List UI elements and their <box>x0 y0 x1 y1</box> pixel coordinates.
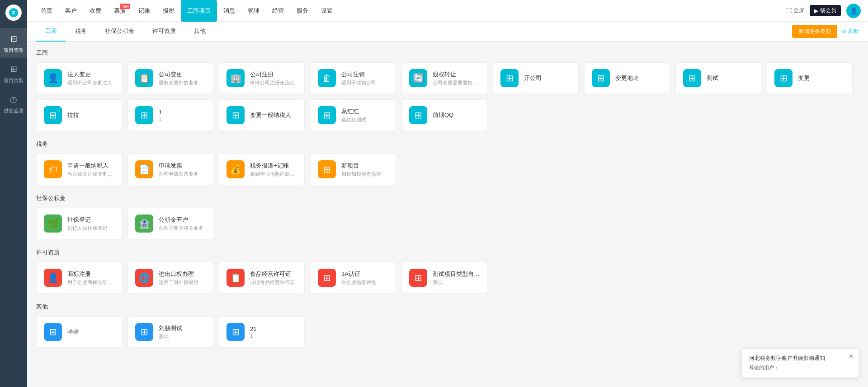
other-cards-grid: ⊞ 哈哈 ⊞ 刘鹏测试 测试 ⊞ 21 1 <box>36 316 859 348</box>
sidebar-item-progress-monitor[interactable]: ◷ 进度监测 <box>0 89 27 119</box>
card-name-apply-taxpayer: 申请一般纳税人 <box>67 162 114 170</box>
tab-social[interactable]: 社保公积金 <box>96 22 143 42</box>
card-name-company-cancel: 公司注销 <box>341 70 388 79</box>
card-food-license[interactable]: 📋 食品经营许可证 办理食品经营许可证 <box>219 262 305 294</box>
card-icon-new-project: ⊞ <box>318 160 336 178</box>
card-icon-legal-change: 👤 <box>44 69 62 87</box>
card-legal-change[interactable]: 👤 法人变更 适用于公司变更法人 <box>36 62 122 94</box>
nav-home[interactable]: 首页 <box>34 0 59 22</box>
card-certification-3a[interactable]: ⊞ 3A认证 对企业信誉评级 <box>310 262 396 294</box>
tab-other[interactable]: 其他 <box>185 22 215 42</box>
nav-tax[interactable]: 报税 <box>156 0 181 22</box>
card-num21[interactable]: ⊞ 21 1 <box>219 316 305 348</box>
nav-ticket[interactable]: 票据 new <box>108 0 132 22</box>
card-guhonghong[interactable]: ⊞ 葛红红 葛红红测试 <box>310 99 396 131</box>
add-business-type-button[interactable]: 新增业务类型 <box>792 25 837 38</box>
card-desc-num1: 1 <box>159 117 206 122</box>
card-icon-social-register: 🌿 <box>44 214 62 233</box>
card-icon-company-register: 🏢 <box>226 69 245 87</box>
nav-accounting[interactable]: 记账 <box>132 0 156 22</box>
sidebar-item-project-manage[interactable]: ⊟ 项目管理 <box>0 28 27 58</box>
card-change-address[interactable]: ⊞ 变更地址 <box>584 62 670 94</box>
card-desc-test-project-type: 测试 <box>433 279 480 286</box>
vip-button[interactable]: ▶ 畅会员 <box>810 5 841 16</box>
nav-customer[interactable]: 客户 <box>59 0 83 22</box>
card-change1[interactable]: ⊞ 变更 <box>767 62 853 94</box>
card-haha[interactable]: ⊞ 哈哈 <box>36 316 122 348</box>
nav-settings[interactable]: 设置 <box>315 0 339 22</box>
notification-close-button[interactable]: ✕ <box>849 353 854 360</box>
card-desc-apply-invoice: 办理申请发票业务 <box>159 171 206 177</box>
notification-title: 河北税务数字账户升级影响通知 <box>749 354 851 362</box>
card-import-export[interactable]: 🌐 进出口权办理 适用于对外贸易经营者 <box>127 262 213 294</box>
refresh-button[interactable]: ↺ 刷新 <box>842 28 859 35</box>
card-equity-transfer[interactable]: 🔄 股权转让 公司变更需要股权转让 <box>401 62 487 94</box>
card-trademark[interactable]: 👤 商标注册 用于企业商标注册服务 <box>36 262 122 294</box>
card-icon-change-taxpayer: ⊞ <box>226 106 245 124</box>
card-change-taxpayer[interactable]: ⊞ 变更一般纳税人 <box>219 99 305 131</box>
card-name-certification-3a: 3A认证 <box>341 270 388 278</box>
card-company-cancel[interactable]: 🗑 公司注销 适用于注销公司 <box>310 62 396 94</box>
nav-manage[interactable]: 管理 <box>241 0 266 22</box>
card-apply-taxpayer[interactable]: 🏷 申请一般纳税人 当月或次月成变更完成 <box>36 154 122 185</box>
card-desc-trademark: 用于企业商标注册服务 <box>67 279 114 286</box>
fullscreen-icon: ⛶ <box>786 8 792 14</box>
card-icon-lala: ⊞ <box>44 106 62 124</box>
card-desc-company-register: 申请公司注册全流程 <box>250 79 297 86</box>
card-lala[interactable]: ⊞ 拉拉 <box>36 99 122 131</box>
card-icon-import-export: 🌐 <box>135 269 153 287</box>
card-desc-fund-open: 办理公积金相关业务 <box>159 225 206 232</box>
project-manage-icon: ⊟ <box>7 33 20 45</box>
card-desc-new-project: 报税加税控盘保管 <box>341 171 388 177</box>
card-desc-certification-3a: 对企业信誉评级 <box>341 279 388 286</box>
card-company-change[interactable]: 📋 公司变更 股权变更外的业务变更 <box>127 62 213 94</box>
card-test-project-type[interactable]: ⊞ 测试项目类型自定义 测试 <box>401 262 487 294</box>
tab-industry[interactable]: 工商 <box>36 22 66 42</box>
main-area: 首页 客户 收费 票据 new 记账 报税 工商项目 消息 管理 经营 服务 设… <box>27 0 868 387</box>
nav-service[interactable]: 服务 <box>290 0 315 22</box>
progress-monitor-icon: ◷ <box>7 93 20 106</box>
card-fund-open[interactable]: 🏦 公积金开户 办理公积金相关业务 <box>127 208 213 239</box>
card-open-company[interactable]: ⊞ 开公司 <box>493 62 579 94</box>
card-desc-company-cancel: 适用于注销公司 <box>341 79 388 86</box>
card-name-num1: 1 <box>159 109 206 116</box>
social-section-title: 社保公积金 <box>36 194 859 202</box>
tab-tax[interactable]: 税务 <box>66 22 96 42</box>
card-name-liupeng-test: 刘鹏测试 <box>159 324 206 332</box>
card-desc-apply-taxpayer: 当月或次月成变更完成 <box>67 171 114 177</box>
card-qqpre[interactable]: ⊞ 前期QQ <box>401 99 487 131</box>
card-name-change-taxpayer: 变更一般纳税人 <box>250 111 297 119</box>
content-scroll: 工商 👤 法人变更 适用于公司变更法人 📋 公司变更 股权变更外的业务变更 🏢 … <box>27 42 868 387</box>
card-icon-test-project-type: ⊞ <box>409 269 427 287</box>
tab-license[interactable]: 许可资质 <box>143 22 185 42</box>
fullscreen-button[interactable]: ⛶ 全屏 <box>786 7 804 14</box>
card-icon-guhonghong: ⊞ <box>318 106 336 124</box>
card-name-qqpre: 前期QQ <box>433 111 480 119</box>
tax-cards-grid: 🏷 申请一般纳税人 当月或次月成变更完成 📄 申请发票 办理申请发票业务 💰 税… <box>36 154 859 185</box>
nav-billing[interactable]: 收费 <box>83 0 108 22</box>
card-icon-apply-invoice: 📄 <box>135 160 153 178</box>
refresh-icon: ↺ <box>842 28 846 35</box>
notification-popup: ✕ 河北税务数字账户升级影响通知 尊敬的用户： <box>741 349 859 378</box>
nav-message[interactable]: 消息 <box>217 0 241 22</box>
card-tax-report-accounting[interactable]: 💰 税务报道+记账 拿到营业执照的新公司 <box>219 154 305 185</box>
card-desc-tax-report-accounting: 拿到营业执照的新公司 <box>250 171 297 177</box>
card-company-register[interactable]: 🏢 公司注册 申请公司注册全流程 <box>219 62 305 94</box>
card-name-company-register: 公司注册 <box>250 70 297 79</box>
card-num1[interactable]: ⊞ 1 1 <box>127 99 213 131</box>
card-name-change1: 变更 <box>798 74 845 82</box>
user-avatar[interactable]: 👤 <box>846 4 861 18</box>
card-test1[interactable]: ⊞ 测试 <box>675 62 761 94</box>
card-name-lala: 拉拉 <box>67 111 114 119</box>
card-new-project[interactable]: ⊞ 新项目 报税加税控盘保管 <box>310 154 396 185</box>
sidebar-item-project-type[interactable]: ⊞ 项目类型 <box>0 58 27 89</box>
card-apply-invoice[interactable]: 📄 申请发票 办理申请发票业务 <box>127 154 213 185</box>
card-icon-num21: ⊞ <box>226 323 245 341</box>
fullscreen-label: 全屏 <box>793 7 804 14</box>
app-logo <box>5 5 22 21</box>
card-liupeng-test[interactable]: ⊞ 刘鹏测试 测试 <box>127 316 213 348</box>
nav-industry[interactable]: 工商项目 <box>181 0 217 22</box>
card-social-register[interactable]: 🌿 社保登记 进行人员社保登记 <box>36 208 122 239</box>
tax-section-title: 税务 <box>36 140 859 148</box>
nav-finance[interactable]: 经营 <box>266 0 290 22</box>
